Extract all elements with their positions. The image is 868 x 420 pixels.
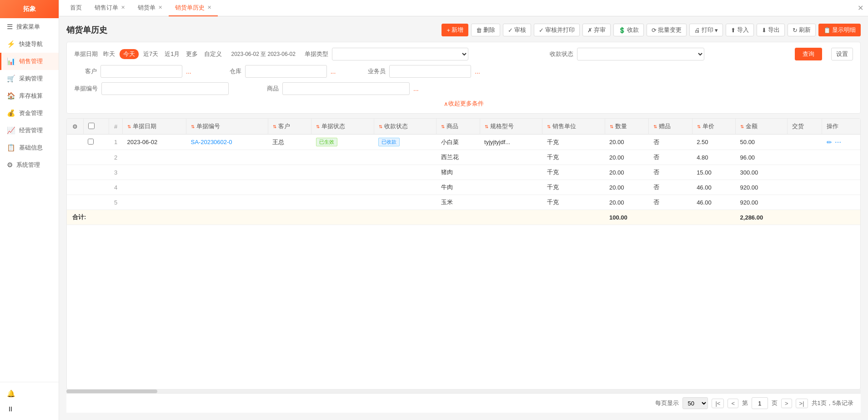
- customer-label: 客户: [74, 67, 97, 75]
- salesperson-ellipsis-button[interactable]: ...: [475, 68, 480, 75]
- sidebar-item-sales-mgmt[interactable]: 📊 销售管理: [0, 53, 59, 70]
- refresh-button[interactable]: ↻ 刷新: [788, 24, 816, 36]
- tab-sales-history-close[interactable]: ✕: [207, 5, 211, 10]
- warehouse-ellipsis-button[interactable]: ...: [331, 68, 336, 75]
- sidebar-item-label: 库存核算: [19, 92, 43, 100]
- th-transaction-label: 交货: [792, 123, 804, 130]
- cell-customer: [268, 195, 311, 210]
- customer-ellipsis-button[interactable]: ...: [186, 68, 191, 75]
- cell-amount: 920.00: [736, 195, 788, 210]
- last-page-button[interactable]: >|: [796, 399, 808, 408]
- th-spec-label: 规格型号: [490, 122, 514, 130]
- export-button[interactable]: ⬇ 导出: [757, 24, 785, 36]
- cell-transaction: [788, 195, 822, 210]
- th-unit-price[interactable]: ⇅ 单价: [692, 119, 735, 135]
- print-button[interactable]: 🖨 打印 ▾: [689, 24, 723, 36]
- th-doc-no[interactable]: ⇅ 单据编号: [186, 119, 268, 135]
- sidebar-item-finance-mgmt[interactable]: 💰 资金管理: [0, 105, 59, 122]
- th-qty[interactable]: ⇅ 数量: [605, 119, 649, 135]
- doc-type-label: 单据类型: [305, 50, 328, 58]
- tab-sales-order-close[interactable]: ✕: [121, 5, 125, 10]
- page-size-select[interactable]: 50 10 20 100: [682, 397, 708, 409]
- query-button[interactable]: 查询: [795, 48, 822, 60]
- 7days-shortcut[interactable]: 近7天: [141, 49, 160, 59]
- tab-close-all-button[interactable]: ✕: [858, 4, 863, 12]
- sidebar-item-quick-nav[interactable]: ⚡ 快捷导航: [0, 35, 59, 53]
- doc-type-select[interactable]: [332, 48, 468, 60]
- cell-gift: 否: [649, 150, 692, 165]
- cell-doc-status: [311, 150, 374, 165]
- th-settings[interactable]: ⚙: [67, 119, 83, 135]
- scrollbar-thumb[interactable]: [66, 390, 157, 393]
- custom-shortcut[interactable]: 自定义: [202, 49, 224, 59]
- sidebar-item-base-info[interactable]: 📋 基础信息: [0, 139, 59, 156]
- sidebar-pause[interactable]: ⏸: [0, 401, 59, 416]
- th-unit[interactable]: ⇅ 销售单位: [542, 119, 605, 135]
- customer-input[interactable]: [100, 65, 182, 78]
- payment-status-select[interactable]: [577, 48, 704, 60]
- cell-payment-status: [374, 150, 436, 165]
- table-row: 1 2023-06-02 SA-20230602-0 王总 已生效 已收款 小白…: [67, 135, 860, 150]
- sidebar-notifications[interactable]: 🔔: [0, 386, 59, 401]
- audit-button[interactable]: ✓ 审核: [503, 24, 531, 36]
- base-info-icon: 📋: [7, 144, 15, 152]
- import-button[interactable]: ⬆ 导入: [726, 24, 754, 36]
- th-doc-status[interactable]: ⇅ 单据状态: [311, 119, 374, 135]
- more-action-icon[interactable]: ⋯: [835, 139, 841, 146]
- add-button[interactable]: + 新增: [442, 24, 468, 36]
- prev-page-button[interactable]: <: [728, 399, 738, 408]
- sidebar-item-search-menu[interactable]: ☰ 搜索菜单: [0, 18, 59, 35]
- doc-no-link[interactable]: SA-20230602-0: [191, 139, 232, 145]
- abandon-button[interactable]: ✗ 弃审: [582, 24, 611, 36]
- batch-change-button[interactable]: ⟳ 批量变更: [647, 24, 687, 36]
- settings-filter-button[interactable]: 设置: [831, 48, 853, 60]
- page-number-input[interactable]: [752, 397, 768, 409]
- th-qty-label: 数量: [615, 122, 627, 130]
- th-gift[interactable]: ⇅ 赠品: [649, 119, 692, 135]
- salesperson-input[interactable]: [389, 65, 471, 78]
- sidebar-item-sys-mgmt[interactable]: ⚙ 系统管理: [0, 156, 59, 174]
- pause-icon: ⏸: [7, 405, 14, 413]
- th-amount[interactable]: ⇅ 金额: [736, 119, 788, 135]
- tab-home-label: 首页: [70, 4, 82, 12]
- cell-gift: 否: [649, 135, 692, 150]
- horizontal-scrollbar[interactable]: [66, 390, 861, 393]
- sidebar-item-inventory-calc[interactable]: 🏠 库存核算: [0, 87, 59, 105]
- th-spec[interactable]: ⇅ 规格型号: [480, 119, 542, 135]
- sidebar-item-ops-mgmt[interactable]: 📈 经营管理: [0, 122, 59, 139]
- tab-sales-goods-close[interactable]: ✕: [158, 5, 162, 10]
- yesterday-shortcut[interactable]: 昨天: [101, 49, 117, 59]
- th-payment-status[interactable]: ⇅ 收款状态: [374, 119, 436, 135]
- collapse-filter-button[interactable]: ∧ 收起更多条件: [74, 100, 853, 108]
- next-page-button[interactable]: >: [781, 399, 792, 408]
- today-shortcut[interactable]: 今天: [120, 49, 139, 59]
- sidebar-item-purchase-mgmt[interactable]: 🛒 采购管理: [0, 70, 59, 87]
- 1month-shortcut[interactable]: 近1月: [163, 49, 181, 59]
- tab-home[interactable]: 首页: [64, 0, 88, 16]
- tab-sales-history[interactable]: 销货单历史 ✕: [169, 0, 218, 16]
- cell-checkbox: [83, 135, 109, 150]
- tab-sales-order[interactable]: 销售订单 ✕: [88, 0, 131, 16]
- edit-action-icon[interactable]: ✏: [827, 139, 832, 146]
- warehouse-input[interactable]: [245, 65, 327, 78]
- delete-button[interactable]: 🗑 删除: [471, 24, 500, 36]
- cell-amount: 50.00: [736, 135, 788, 150]
- row-checkbox[interactable]: [88, 139, 94, 145]
- th-goods[interactable]: ⇅ 商品: [437, 119, 480, 135]
- doc-no-input[interactable]: [101, 82, 229, 95]
- more-shortcut[interactable]: 更多: [184, 49, 200, 59]
- cell-amount: 300.00: [736, 165, 788, 180]
- cell-spec: [480, 195, 542, 210]
- th-date[interactable]: ⇅ 单据日期: [123, 119, 186, 135]
- first-page-button[interactable]: |<: [712, 399, 724, 408]
- tab-sales-goods[interactable]: 销货单 ✕: [131, 0, 169, 16]
- cell-num: 5: [109, 195, 123, 210]
- goods-ellipsis-button[interactable]: ...: [413, 85, 419, 92]
- audit-print-button[interactable]: ✓ 审核并打印: [534, 24, 580, 36]
- select-all-checkbox[interactable]: [88, 123, 95, 129]
- th-customer[interactable]: ⇅ 客户: [268, 119, 311, 135]
- show-detail-button[interactable]: 📋 显示明细: [818, 24, 861, 36]
- goods-input[interactable]: [282, 82, 410, 95]
- collect-button[interactable]: 💲 收款: [613, 24, 644, 36]
- abandon-label: 弃审: [594, 26, 606, 34]
